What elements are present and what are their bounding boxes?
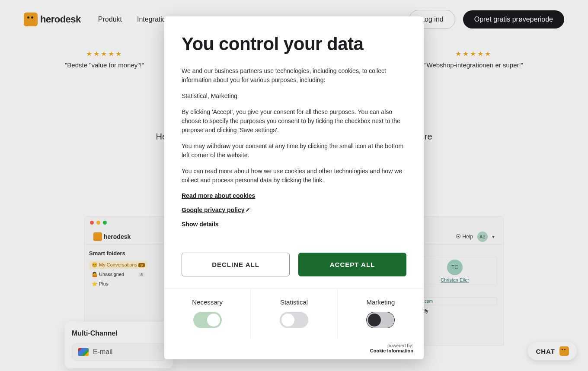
external-link-icon xyxy=(247,208,251,212)
toggle-marketing[interactable] xyxy=(366,312,395,328)
consent-categories: Necessary Statistical Marketing xyxy=(164,289,424,339)
toggle-statistical[interactable] xyxy=(280,312,308,328)
consent-show-details-link[interactable]: Show details xyxy=(182,221,219,228)
link-text: Show details xyxy=(182,221,219,228)
category-label: Marketing xyxy=(342,298,419,306)
consent-category-marketing: Marketing xyxy=(338,289,424,339)
powered-by-label: powered by: xyxy=(387,343,413,348)
consent-category-necessary: Necessary xyxy=(164,289,251,339)
link-text: Google privacy policy xyxy=(182,206,245,213)
consent-title: You control your data xyxy=(182,34,406,54)
category-label: Necessary xyxy=(169,298,246,306)
consent-action-buttons: DECLINE ALL ACCEPT ALL xyxy=(164,241,424,289)
consent-intro: We and our business partners use technol… xyxy=(182,67,406,85)
link-text: Read more about cookies xyxy=(182,192,255,199)
accept-all-button[interactable]: ACCEPT ALL xyxy=(298,253,406,276)
consent-accept-para: By clicking 'Accept', you give your cons… xyxy=(182,108,406,135)
toggle-knob xyxy=(368,314,381,327)
consent-powered-by: powered by: Cookie Information xyxy=(164,339,424,359)
consent-google-privacy-link[interactable]: Google privacy policy xyxy=(182,206,251,213)
consent-purposes-line: Statistical, Marketing xyxy=(182,92,406,101)
consent-body: You control your data We and our busines… xyxy=(164,16,424,241)
toggle-necessary xyxy=(193,312,222,328)
toggle-knob xyxy=(207,314,220,327)
cookie-information-link[interactable]: Cookie Information xyxy=(175,348,413,353)
category-label: Statistical xyxy=(255,298,332,306)
cookie-consent-modal: You control your data We and our busines… xyxy=(164,16,424,359)
decline-all-button[interactable]: DECLINE ALL xyxy=(182,253,290,276)
consent-category-statistical: Statistical xyxy=(251,289,337,339)
consent-readmore-para: You can read more about how we use cooki… xyxy=(182,167,406,185)
consent-cookies-link[interactable]: Read more about cookies xyxy=(182,192,255,199)
consent-withdraw-para: You may withdraw your consent at any tim… xyxy=(182,142,406,160)
toggle-knob xyxy=(281,314,294,327)
